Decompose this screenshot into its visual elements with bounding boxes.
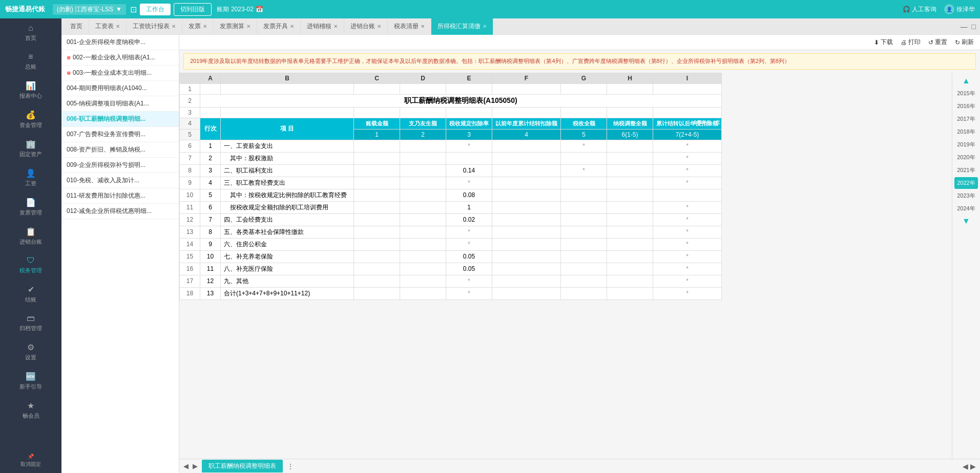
download-button[interactable]: ⬇ 下载 bbox=[874, 38, 893, 47]
file-list-item-006[interactable]: 006-职工薪酬纳税调整明细... bbox=[61, 112, 179, 127]
sheet-title-cell: 职工薪酬纳税调整明细表(A105050) bbox=[200, 94, 722, 107]
year-2017[interactable]: 2017年 bbox=[954, 113, 978, 125]
tab-invoice-calc[interactable]: 发票测算 ✕ bbox=[214, 18, 257, 35]
sheet-scroll-right[interactable]: ▶ bbox=[193, 462, 198, 470]
file-list-item-004[interactable]: 004-期间费用明细表(A1040... bbox=[61, 81, 179, 96]
file-list-item-001[interactable]: 001-企业所得税年度纳税申... bbox=[61, 35, 179, 50]
service-button[interactable]: 🎧 人工客询 bbox=[903, 5, 936, 14]
file-list-item-011[interactable]: 011-研发费用加计扣除优惠... bbox=[61, 188, 179, 204]
year-scroll-up[interactable]: ▲ bbox=[961, 75, 971, 87]
sidebar-item-home[interactable]: ⌂ 首页 bbox=[0, 18, 61, 47]
archive-icon: 🗃 bbox=[27, 314, 35, 323]
tab-salary-report[interactable]: 工资统计报表 ✕ bbox=[127, 18, 182, 35]
table-row: 18 13 合计(1+3+4+7+8+9+10+11+12) * bbox=[180, 287, 722, 299]
sheet-tab-nav-right[interactable]: ▶ bbox=[970, 462, 976, 470]
sidebar-item-ledger[interactable]: ≡ 总账 bbox=[0, 47, 61, 76]
tab-purchase-ledger[interactable]: 进销台账 ✕ bbox=[344, 18, 388, 35]
top-bar-right: 🎧 人工客询 👤 徐泽华 bbox=[903, 4, 975, 14]
tab-minimize-icon[interactable]: — bbox=[961, 23, 968, 31]
tab-invoice-open[interactable]: 发票开具 ✕ bbox=[257, 18, 301, 35]
tab-close-invoice-open[interactable]: ✕ bbox=[290, 24, 294, 29]
sidebar-item-funds[interactable]: 💰 资金管理 bbox=[0, 105, 61, 134]
sidebar-item-invoice[interactable]: 📄 发票管理 bbox=[0, 192, 61, 222]
refresh-button[interactable]: ↻ 刷新 bbox=[955, 38, 974, 47]
file-list-item-009[interactable]: 009-企业所得税弥补亏损明... bbox=[61, 158, 179, 173]
sidebar-item-settle[interactable]: ✔ 结账 bbox=[0, 280, 61, 309]
file-list-item-007[interactable]: 007-广告费和业务宣传费明... bbox=[61, 127, 179, 142]
tab-close-tax-book[interactable]: ✕ bbox=[421, 24, 425, 29]
tab-close-income-tax[interactable]: ✕ bbox=[483, 24, 487, 29]
sheet-scroll-left[interactable]: ◀ bbox=[183, 462, 189, 470]
sidebar-item-settings[interactable]: ⚙ 设置 bbox=[0, 337, 61, 367]
tab-home[interactable]: 首页 bbox=[64, 18, 89, 35]
tab-close-invoice-calc[interactable]: ✕ bbox=[246, 24, 251, 29]
tab-maximize-icon[interactable]: □ bbox=[972, 23, 976, 31]
tab-tax-book[interactable]: 税表清册 ✕ bbox=[388, 18, 431, 35]
year-2022[interactable]: 2022年 bbox=[954, 177, 978, 189]
sheet-tab-nav-left[interactable]: ◀ bbox=[963, 462, 968, 470]
file-list-item-010[interactable]: 010-免税、减收入及加计... bbox=[61, 173, 179, 188]
oldver-button[interactable]: 切到旧版 bbox=[174, 3, 212, 16]
year-2016[interactable]: 2016年 bbox=[954, 100, 978, 112]
sidebar-item-guide[interactable]: 🆕 新手引导 bbox=[0, 367, 61, 396]
content-body: 001-企业所得税年度纳税申... ⊗ 002-一般企业收入明细表(A1... … bbox=[61, 35, 980, 473]
table-row: 2 职工薪酬纳税调整明细表(A105050) bbox=[180, 94, 722, 107]
tab-close-salary-sheet[interactable]: ✕ bbox=[116, 24, 120, 29]
invoice-icon: 📄 bbox=[26, 198, 36, 207]
sheet-tab-bar: ◀ ▶ 职工薪酬纳税调整明细表 ⋮ ◀ ▶ bbox=[179, 459, 980, 473]
print-button[interactable]: 🖨 打印 bbox=[901, 38, 921, 47]
file-list-item-008[interactable]: 008-资产折旧、摊销及纳税... bbox=[61, 142, 179, 158]
file-list-item-002[interactable]: ⊗ 002-一般企业收入明细表(A1... bbox=[61, 50, 179, 66]
settle-icon: ✔ bbox=[28, 285, 34, 294]
sidebar-item-member[interactable]: ★ 畅会员 bbox=[0, 396, 61, 425]
table-row: 1 bbox=[180, 83, 722, 94]
table-row: 13 8 五、各类基本社会保障性缴款 * bbox=[180, 226, 722, 238]
period-calendar-icon[interactable]: 📅 bbox=[256, 6, 263, 13]
year-2019[interactable]: 2019年 bbox=[954, 139, 978, 150]
sidebar-item-salary[interactable]: 👤 工资 bbox=[0, 163, 61, 192]
company-copy-icon[interactable]: ⊡ bbox=[130, 5, 137, 14]
avatar-icon: 👤 bbox=[944, 4, 954, 14]
table-row: 9 4 三、职工教育经费支出 * bbox=[180, 177, 722, 189]
sheet-tab-main[interactable]: 职工薪酬纳税调整明细表 bbox=[202, 460, 283, 472]
assets-icon: 🏢 bbox=[26, 139, 36, 149]
tab-close-invoice[interactable]: ✕ bbox=[203, 24, 207, 29]
file-list-item-005[interactable]: 005-纳税调整项目明细表(A1... bbox=[61, 96, 179, 112]
tab-salary-sheet[interactable]: 工资表 ✕ bbox=[89, 18, 127, 35]
sidebar-item-assets[interactable]: 🏢 固定资产 bbox=[0, 134, 61, 163]
sidebar: ⌂ 首页 ≡ 总账 📊 报表中心 💰 资金管理 🏢 固定资产 👤 工资 bbox=[0, 18, 61, 473]
file-list-item-012[interactable]: 012-减免企业所得税优惠明细... bbox=[61, 204, 179, 219]
year-2023[interactable]: 2023年 bbox=[954, 190, 978, 202]
year-2021[interactable]: 2021年 bbox=[954, 164, 978, 176]
year-2020[interactable]: 2020年 bbox=[954, 152, 978, 163]
sidebar-item-purchase-sales[interactable]: 📋 进销台账 bbox=[0, 222, 61, 251]
year-2018[interactable]: 2018年 bbox=[954, 126, 978, 138]
reset-button[interactable]: ↺ 重置 bbox=[928, 38, 947, 47]
sidebar-item-reports[interactable]: 📊 报表中心 bbox=[0, 76, 61, 105]
year-2015[interactable]: 2015年 bbox=[954, 88, 978, 99]
spreadsheet-wrapper: A B C D E F G H I bbox=[179, 73, 980, 459]
unpin-button[interactable]: 📌 取消固定 bbox=[0, 448, 61, 473]
user-avatar[interactable]: 👤 徐泽华 bbox=[944, 4, 975, 14]
year-2024[interactable]: 2024年 bbox=[954, 203, 978, 214]
tab-close-salary-report[interactable]: ✕ bbox=[172, 24, 176, 29]
company-selector[interactable]: (勿删) 江西睿宝-LSS ▼ bbox=[53, 4, 126, 15]
sheet-tab-menu-icon[interactable]: ⋮ bbox=[287, 462, 294, 470]
tab-close-purchase-ledger[interactable]: ✕ bbox=[377, 24, 381, 29]
workspace-button[interactable]: 工作台 bbox=[140, 4, 171, 15]
tab-invoice[interactable]: 发票 ✕ bbox=[182, 18, 214, 35]
page-content: 001-企业所得税年度纳税申... ⊗ 002-一般企业收入明细表(A1... … bbox=[61, 35, 980, 473]
sidebar-item-archive[interactable]: 🗃 归档管理 bbox=[0, 309, 61, 337]
notice-bar: 2019年度涉及取以前年度结转数据的申报表单元格需要手工维护正确，才能保证本年及… bbox=[183, 53, 976, 70]
table-row: 8 3 二、职工福利支出 0.14 * bbox=[180, 164, 722, 177]
col-header-e: E bbox=[446, 73, 492, 83]
tab-close-purchase-check[interactable]: ✕ bbox=[333, 24, 338, 29]
table-container[interactable]: A B C D E F G H I bbox=[179, 73, 952, 459]
col-header-f: F bbox=[492, 73, 561, 83]
top-bar: 畅捷通易代账 (勿删) 江西睿宝-LSS ▼ ⊡ 工作台 切到旧版 账期 202… bbox=[0, 0, 980, 18]
year-scroll-down[interactable]: ▼ bbox=[961, 216, 971, 227]
sidebar-item-tax[interactable]: 🛡 税务管理 bbox=[0, 251, 61, 280]
file-list-item-003[interactable]: ⊗ 003-一般企业成本支出明细... bbox=[61, 66, 179, 81]
tab-purchase-check[interactable]: 进销稽核 ✕ bbox=[301, 18, 344, 35]
tab-income-tax[interactable]: 所得税汇算清缴 ✕ bbox=[431, 18, 493, 35]
